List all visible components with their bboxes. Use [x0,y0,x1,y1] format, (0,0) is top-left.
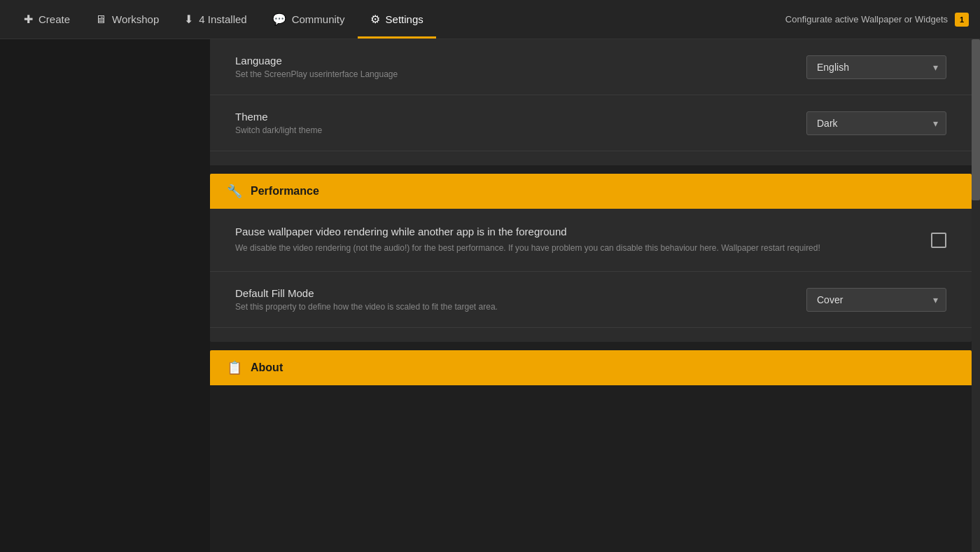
performance-section-header: 🔧 Performance [210,174,972,209]
fill-mode-label: Default Fill Mode [235,287,498,299]
nav-item-installed-label: 4 Installed [199,13,246,25]
nav-item-community[interactable]: 💬 Community [260,0,358,39]
nav-right: Configurate active Wallpaper or Widgets … [785,13,969,27]
theme-dropdown[interactable]: Dark Light [806,111,946,135]
configure-label: Configurate active Wallpaper or Widgets [785,14,948,25]
main-layout: Language Set the ScreenPlay userinterfac… [0,39,980,552]
pause-rendering-info: Pause wallpaper video rendering while an… [235,226,931,254]
wrench-icon: 🔧 [227,184,242,199]
scrollbar-thumb[interactable] [972,39,980,200]
theme-setting-info: Theme Switch dark/light theme [235,111,322,135]
about-header-label: About [251,361,283,374]
scrollbar-track [972,39,980,552]
fill-mode-info: Default Fill Mode Set this property to d… [235,287,498,312]
installed-icon: ⬇ [184,13,193,26]
settings-icon: ⚙ [370,13,380,26]
create-icon: ✚ [24,13,33,26]
language-desc: Set the ScreenPlay userinterface Languag… [235,69,398,79]
nav-item-community-label: Community [292,13,345,25]
performance-card: 🔧 Performance Pause wallpaper video rend… [210,174,972,342]
about-section-header: 📋 About [210,350,972,385]
theme-setting-row: Theme Switch dark/light theme Dark Light [210,95,972,151]
language-dropdown-wrapper: English German French Spanish [806,55,946,79]
fill-mode-setting-row: Default Fill Mode Set this property to d… [210,272,972,328]
theme-desc: Switch dark/light theme [235,125,322,135]
fill-mode-desc: Set this property to define how the vide… [235,302,498,312]
nav-item-settings-label: Settings [386,13,424,25]
nav-item-workshop[interactable]: 🖥 Workshop [83,0,172,39]
scroll-wrapper: Language Set the ScreenPlay userinterfac… [210,39,980,552]
nav-item-create[interactable]: ✚ Create [11,0,83,39]
nav-item-installed[interactable]: ⬇ 4 Installed [172,0,259,39]
scroll-content: Language Set the ScreenPlay userinterfac… [210,39,980,385]
pause-rendering-title: Pause wallpaper video rendering while an… [235,226,914,237]
pause-rendering-row: Pause wallpaper video rendering while an… [210,209,972,272]
info-icon: 📋 [227,360,242,375]
general-settings-card: Language Set the ScreenPlay userinterfac… [210,39,972,165]
language-dropdown[interactable]: English German French Spanish [806,55,946,79]
top-navigation: ✚ Create 🖥 Workshop ⬇ 4 Installed 💬 Comm… [0,0,980,39]
performance-header-label: Performance [251,185,319,198]
language-label: Language [235,55,398,67]
about-card: 📋 About [210,350,972,385]
nav-item-create-label: Create [38,13,70,25]
language-setting-row: Language Set the ScreenPlay userinterfac… [210,39,972,95]
pause-rendering-checkbox[interactable] [931,233,946,248]
language-setting-info: Language Set the ScreenPlay userinterfac… [235,55,398,79]
theme-dropdown-wrapper: Dark Light [806,111,946,135]
general-card-spacer [210,151,972,165]
nav-item-settings[interactable]: ⚙ Settings [358,0,436,39]
pause-rendering-desc: We disable the video rendering (not the … [235,242,914,254]
theme-label: Theme [235,111,322,123]
left-sidebar [0,39,210,552]
nav-item-workshop-label: Workshop [112,13,159,25]
fill-mode-dropdown-wrapper: Cover Contain Stretch Center [806,288,946,312]
fill-mode-dropdown[interactable]: Cover Contain Stretch Center [806,288,946,312]
community-icon: 💬 [272,13,286,26]
workshop-icon: 🖥 [95,13,106,26]
nav-badge[interactable]: 1 [955,13,969,27]
performance-card-spacer [210,328,972,342]
content-area: Language Set the ScreenPlay userinterfac… [210,39,980,552]
